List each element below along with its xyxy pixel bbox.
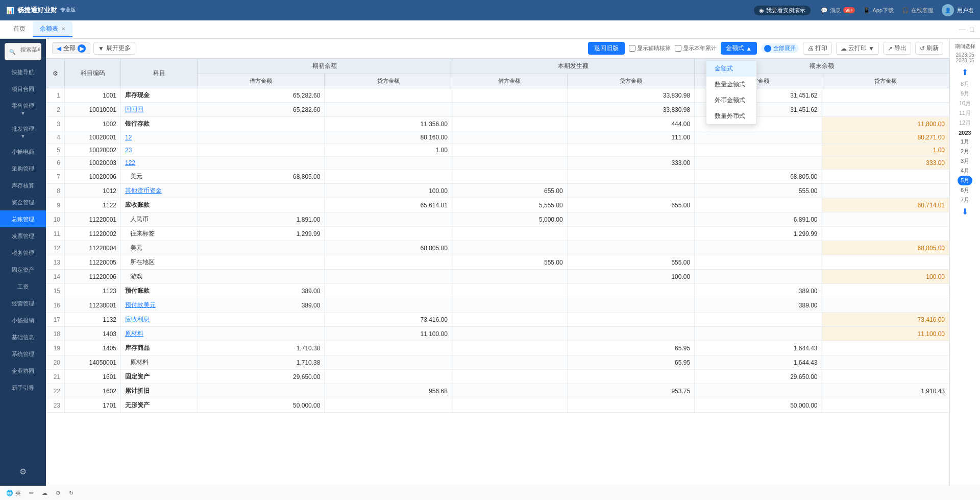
settings-icon[interactable]: ⚙ [15,463,31,481]
cl-credit-cell [822,341,949,355]
subject-link[interactable]: 23 [125,147,132,154]
month-6[interactable]: 6月 [958,185,972,195]
collapse-up-icon[interactable]: ⬆ [962,67,968,77]
subject-cell[interactable]: 23 [121,144,198,157]
return-btn[interactable]: 退回旧版 [588,42,625,55]
month-10[interactable]: 10月 [956,99,974,108]
sidebar-item-inventory[interactable]: 库存核算 [0,177,46,194]
month-2[interactable]: 2月 [958,147,972,156]
month-7[interactable]: 7月 [958,195,972,205]
code-cell: 1405 [65,341,121,355]
subject-link[interactable]: 应收利息 [125,316,150,323]
sidebar-item-invoice[interactable]: 发票管理 [0,227,46,244]
code-cell: 1602 [65,384,121,398]
minimize-icon[interactable]: — [959,26,966,33]
tab-balance[interactable]: 余额表 ✕ [33,21,72,37]
expand-btn[interactable]: ▼ 展开更多 [93,42,135,55]
subject-cell[interactable]: 其他货币资金 [121,184,198,198]
print-btn[interactable]: 🖨 打印 [803,42,832,55]
subject-cell[interactable]: 应收利息 [121,313,198,327]
subject-cell[interactable]: 预付款美元 [121,298,198,313]
subject-cell: 美元 [121,241,198,255]
sidebar-item-quick-nav[interactable]: 快捷导航 [0,63,46,80]
sidebar-item-reimbursement[interactable]: 小畅报销 [0,312,46,328]
per-debit-cell [452,241,567,255]
lang-toggle[interactable]: 🌐 英 [6,489,21,497]
sidebar-item-assets[interactable]: 固定资产 [0,261,46,278]
col-settings-header[interactable]: ⚙ [46,59,65,88]
sidebar-item-system[interactable]: 系统管理 [0,345,46,362]
month-12[interactable]: 12月 [956,118,974,128]
back-icon[interactable]: ◀ [57,45,61,52]
dropdown-item-qty-foreign[interactable]: 数量外币式 [706,108,756,124]
forward-icon[interactable]: ▶ [78,44,86,53]
month-9[interactable]: 9月 [958,89,972,99]
sidebar-search-input[interactable] [17,44,43,55]
sidebar-item-guide[interactable]: 新手引导 [0,379,46,396]
month-4[interactable]: 4月 [958,166,972,176]
month-8[interactable]: 8月 [958,79,972,89]
month-11[interactable]: 11月 [956,108,974,118]
cl-credit-cell: 1,910.43 [822,384,949,398]
show-aux-label[interactable]: 显示辅助核算 [629,44,671,52]
sidebar-item-wholesale[interactable]: 批发管理 ▼ [0,120,46,143]
sidebar-item-basic[interactable]: 基础信息 [0,328,46,345]
collapse-down-icon[interactable]: ⬇ [962,207,968,217]
period-label[interactable]: 期间选择 [955,43,975,50]
status-tool-1[interactable]: ✏ [29,490,34,496]
subject-cell[interactable]: 原材料 [121,327,198,341]
refresh-btn[interactable]: ↺ 刷新 [915,42,943,55]
sidebar-item-purchase[interactable]: 采购管理 [0,160,46,177]
status-tool-2[interactable]: ☁ [42,490,47,496]
sidebar-item-ledger[interactable]: 总账管理 [0,210,46,227]
cl-credit-cell [822,355,949,370]
status-tool-4[interactable]: ↻ [69,490,74,496]
subject-search[interactable]: ◀ 全部 ▶ [52,42,90,54]
subject-link[interactable]: 其他货币资金 [125,187,162,194]
status-tool-3[interactable]: ⚙ [56,490,61,496]
demo-nav[interactable]: ◉ 我要看实例演示 [754,6,811,15]
subject-link[interactable]: 122 [125,159,135,166]
subject-link[interactable]: 原材料 [125,330,143,337]
sidebar-item-collab[interactable]: 企业协同 [0,362,46,379]
subject-cell[interactable]: 回回回 [121,103,198,117]
subject-cell[interactable]: 12 [121,131,198,144]
col-cl-credit-header: 贷方金额 [822,74,949,88]
show-aux-checkbox[interactable] [629,45,635,52]
subject-link[interactable]: 预付款美元 [125,301,156,308]
sidebar-item-tax[interactable]: 税务管理 [0,244,46,261]
sidebar-item-operation[interactable]: 经营管理 [0,295,46,312]
sidebar-item-salary[interactable]: 工资 [0,278,46,295]
month-5[interactable]: 5月 [958,176,972,185]
style-btn[interactable]: 金额式 ▲ [721,42,757,55]
show-year-label[interactable]: 显示本年累计 [675,44,717,52]
service-btn[interactable]: 🎧 在线客服 [902,7,934,14]
user-btn[interactable]: 👤 用户名 [942,4,974,16]
sidebar-item-retail[interactable]: 零售管理 ▼ [0,97,46,120]
per-credit-cell [567,241,694,255]
sidebar-item-project[interactable]: 项目合同 [0,80,46,97]
op-debit-cell [198,327,325,341]
subject-cell[interactable]: 122 [121,157,198,170]
message-btn[interactable]: 💬 消息 99+ [821,7,855,14]
cl-credit-cell: 100.00 [822,270,949,284]
month-1[interactable]: 1月 [958,137,972,147]
export-btn[interactable]: ↗ 导出 [883,42,911,55]
dropdown-item-foreign-amount[interactable]: 外币金额式 [706,92,756,108]
sidebar-search-container[interactable]: 🔍 [5,43,41,60]
month-3[interactable]: 3月 [958,156,972,166]
dropdown-item-amount[interactable]: 金额式 [706,61,756,77]
expand-all-toggle[interactable]: 全部展开 [761,43,799,53]
tab-home[interactable]: 首页 [6,21,33,37]
cloud-print-btn[interactable]: ☁ 云打印 ▼ [836,42,879,55]
subject-link[interactable]: 12 [125,134,132,141]
sidebar-item-ecommerce[interactable]: 小畅电商 [0,143,46,160]
download-btn[interactable]: 📱 App下载 [863,7,894,14]
tab-close-icon[interactable]: ✕ [61,26,65,32]
dropdown-item-qty-amount[interactable]: 数量金额式 [706,77,756,92]
subject-link[interactable]: 回回回 [125,106,143,113]
show-year-checkbox[interactable] [675,45,681,52]
sidebar-item-finance[interactable]: 资金管理 [0,194,46,210]
per-debit-cell [452,117,567,131]
maximize-icon[interactable]: □ [970,26,974,33]
